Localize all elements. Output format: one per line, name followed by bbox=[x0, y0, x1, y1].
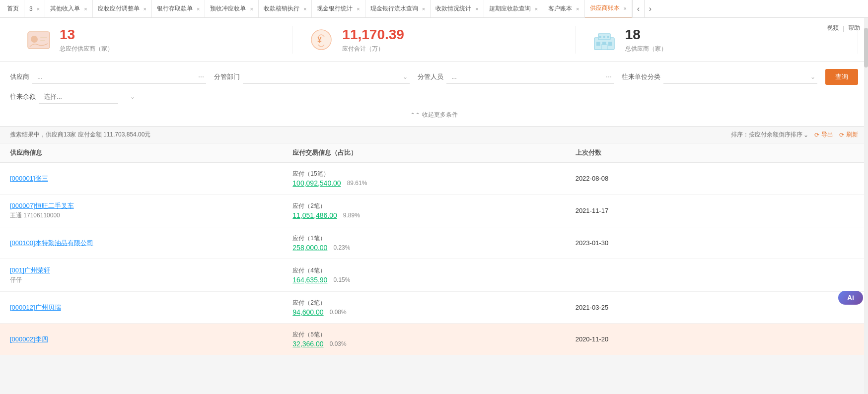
transaction-info-5: 应付（5笔） 32,366.00 0.03% bbox=[292, 330, 575, 348]
transaction-cell-4: 应付（2笔） 94,600.00 0.08% bbox=[292, 299, 575, 316]
nav-tab-home[interactable]: 首页 bbox=[2, 0, 24, 18]
payable-suppliers-info: 13 总应付供应商（家） bbox=[60, 26, 113, 54]
nav-tab-cash-bank-flow[interactable]: 现金银行流水查询 × bbox=[365, 0, 431, 18]
summary-card-payable-suppliers: 13 总应付供应商（家） bbox=[10, 26, 292, 54]
ai-badge[interactable]: Ai bbox=[838, 291, 863, 305]
transaction-cell-3: 应付（4笔） 164,635.90 0.15% bbox=[292, 266, 575, 284]
nav-tab-overdue[interactable]: 超期应收款查询 × bbox=[484, 0, 543, 18]
nav-tab-overdue-close[interactable]: × bbox=[535, 6, 538, 12]
filter-dept: 分管部门 ⌄ bbox=[214, 70, 410, 84]
nav-tab-cash-bank-stats[interactable]: 现金银行统计 × bbox=[312, 0, 365, 18]
transaction-info-4: 应付（2笔） 94,600.00 0.08% bbox=[292, 299, 575, 316]
filter-supplier-label: 供应商 bbox=[10, 72, 29, 81]
collapse-button[interactable]: ⌃⌃ 收起更多条件 bbox=[10, 109, 858, 121]
payable-suppliers-icon bbox=[25, 26, 53, 54]
supplier-dropdown-arrow[interactable]: ⋯ bbox=[198, 73, 204, 80]
scrollbar-thumb[interactable] bbox=[864, 28, 868, 67]
supplier-link-1[interactable]: [000007]恒旺二手叉车 bbox=[10, 202, 74, 209]
transaction-amount-0[interactable]: 100,092,540.00 bbox=[292, 179, 341, 187]
transaction-amount-1[interactable]: 11,051,486.00 bbox=[292, 211, 337, 219]
nav-tab-other-income[interactable]: 其他收入单 × bbox=[45, 0, 92, 18]
supplier-link-0[interactable]: [000001]张三 bbox=[10, 175, 48, 182]
svg-rect-10 bbox=[599, 36, 601, 38]
lastpay-cell-0: 2022-08-08 bbox=[576, 175, 745, 182]
transaction-info-2: 应付（1笔） 258,000.00 0.23% bbox=[292, 234, 575, 252]
transaction-cell-5: 应付（5笔） 32,366.00 0.03% bbox=[292, 330, 575, 348]
filter-balance: 往来余额 ⌄ bbox=[10, 90, 858, 104]
refresh-button[interactable]: ⟳ 刷新 bbox=[839, 131, 858, 139]
nav-arrow-right[interactable]: › bbox=[644, 0, 656, 18]
category-dropdown-arrow[interactable]: ⌄ bbox=[810, 73, 815, 80]
table-row: [000012]广州贝瑞 应付（2笔） 94,600.00 0.08% 2021… bbox=[0, 292, 868, 324]
supplier-link-2[interactable]: [000100]本特勤油品有限公司 bbox=[10, 239, 93, 247]
transaction-label-2: 应付（1笔） bbox=[292, 234, 575, 243]
nav-arrow-left[interactable]: ‹ bbox=[632, 0, 644, 18]
filter-row-1: 供应商 ⋯ 分管部门 ⌄ 分管人员 ⋯ 往来单位分类 ⌄ bbox=[10, 69, 858, 85]
sort-button[interactable]: 排序：按应付余额倒序排序 ⌄ bbox=[731, 131, 808, 139]
transaction-row-3: 164,635.90 0.15% bbox=[292, 276, 575, 284]
nav-tab-3-close[interactable]: × bbox=[37, 6, 40, 12]
nav-tab-cash-bank-stats-label: 现金银行统计 bbox=[317, 4, 353, 13]
nav-tab-advance[interactable]: 预收冲应收单 × bbox=[205, 0, 258, 18]
total-suppliers-info: 18 总供应商（家） bbox=[625, 26, 667, 54]
svg-rect-6 bbox=[596, 42, 600, 46]
export-button[interactable]: ⟳ 导出 bbox=[814, 131, 833, 139]
lastpay-cell-1: 2021-11-17 bbox=[576, 207, 745, 214]
lastpay-cell-5: 2020-11-20 bbox=[576, 335, 745, 343]
nav-tab-advance-close[interactable]: × bbox=[250, 6, 253, 12]
nav-tab-supplier-ledger-close[interactable]: × bbox=[624, 5, 627, 11]
total-suppliers-icon bbox=[590, 26, 618, 54]
transaction-amount-5[interactable]: 32,366.00 bbox=[292, 340, 323, 348]
table-section: 供应商信息 应付交易信息（占比） 上次付数 [000001]张三 应付（15笔）… bbox=[0, 143, 868, 355]
filter-section: 供应商 ⋯ 分管部门 ⌄ 分管人员 ⋯ 往来单位分类 ⌄ bbox=[0, 62, 868, 127]
dept-input[interactable] bbox=[245, 71, 403, 82]
summary-section: 13 总应付供应商（家） ¥ 11,170.39 应付合计（万） bbox=[0, 18, 868, 62]
transaction-row-1: 11,051,486.00 9.89% bbox=[292, 211, 575, 219]
supplier-link-5[interactable]: [000002]李四 bbox=[10, 335, 48, 343]
transaction-cell-0: 应付（15笔） 100,092,540.00 89.61% bbox=[292, 170, 575, 187]
nav-tab-collection-close[interactable]: × bbox=[303, 6, 306, 12]
transaction-amount-4[interactable]: 94,600.00 bbox=[292, 308, 323, 316]
nav-tab-ar-ap-adjust-label: 应收应付调整单 bbox=[98, 4, 140, 13]
supplier-input[interactable] bbox=[34, 71, 198, 82]
person-input[interactable] bbox=[448, 71, 606, 82]
supplier-sub-1: 王通 17106110000 bbox=[10, 211, 292, 220]
nav-tab-cash-bank-flow-close[interactable]: × bbox=[422, 6, 425, 12]
nav-tab-collection[interactable]: 收款核销执行 × bbox=[259, 0, 312, 18]
svg-text:¥: ¥ bbox=[317, 36, 322, 44]
transaction-percent-1: 9.89% bbox=[343, 212, 360, 219]
balance-input[interactable] bbox=[41, 91, 130, 102]
supplier-input-wrapper: ⋯ bbox=[32, 70, 206, 84]
nav-tab-supplier-ledger[interactable]: 供应商账本 × bbox=[585, 0, 632, 18]
transaction-amount-2[interactable]: 258,000.00 bbox=[292, 244, 327, 252]
nav-tab-collection-stats[interactable]: 收款情况统计 × bbox=[431, 0, 484, 18]
payable-total-label: 应付合计（万） bbox=[342, 45, 404, 53]
query-button[interactable]: 查询 bbox=[825, 69, 858, 85]
person-dropdown-arrow[interactable]: ⋯ bbox=[606, 73, 612, 80]
scrollbar-track[interactable] bbox=[864, 18, 868, 355]
nav-tab-bank-deposit-close[interactable]: × bbox=[197, 6, 200, 12]
supplier-link-3[interactable]: [001]广州荣轩 bbox=[10, 266, 50, 274]
payable-total-value: 11,170.39 bbox=[342, 26, 404, 43]
svg-rect-1 bbox=[31, 36, 38, 43]
video-link[interactable]: 视频 bbox=[827, 24, 839, 32]
dept-dropdown-arrow[interactable]: ⌄ bbox=[403, 73, 408, 80]
nav-tab-customer-ledger-close[interactable]: × bbox=[576, 6, 579, 12]
help-link[interactable]: 帮助 bbox=[848, 24, 860, 32]
nav-tab-customer-ledger[interactable]: 客户账本 × bbox=[543, 0, 584, 18]
transaction-label-1: 应付（2笔） bbox=[292, 202, 575, 210]
nav-tab-bank-deposit[interactable]: 银行存取款单 × bbox=[152, 0, 205, 18]
supplier-link-4[interactable]: [000012]广州贝瑞 bbox=[10, 304, 61, 311]
nav-tab-collection-stats-close[interactable]: × bbox=[475, 6, 478, 12]
nav-tab-other-income-close[interactable]: × bbox=[84, 6, 87, 12]
collapse-up-icon: ⌃⌃ bbox=[410, 112, 420, 119]
nav-tab-ar-ap-adjust[interactable]: 应收应付调整单 × bbox=[93, 0, 152, 18]
nav-tab-cash-bank-stats-close[interactable]: × bbox=[357, 6, 360, 12]
nav-tab-ar-ap-adjust-close[interactable]: × bbox=[144, 6, 146, 12]
transaction-amount-3[interactable]: 164,635.90 bbox=[292, 276, 327, 284]
category-input[interactable] bbox=[665, 71, 811, 82]
category-input-wrapper: ⌄ bbox=[663, 70, 818, 84]
table-header: 供应商信息 应付交易信息（占比） 上次付数 bbox=[0, 143, 868, 163]
nav-tab-3[interactable]: 3 × bbox=[24, 0, 45, 18]
balance-dropdown-arrow[interactable]: ⌄ bbox=[130, 93, 135, 100]
